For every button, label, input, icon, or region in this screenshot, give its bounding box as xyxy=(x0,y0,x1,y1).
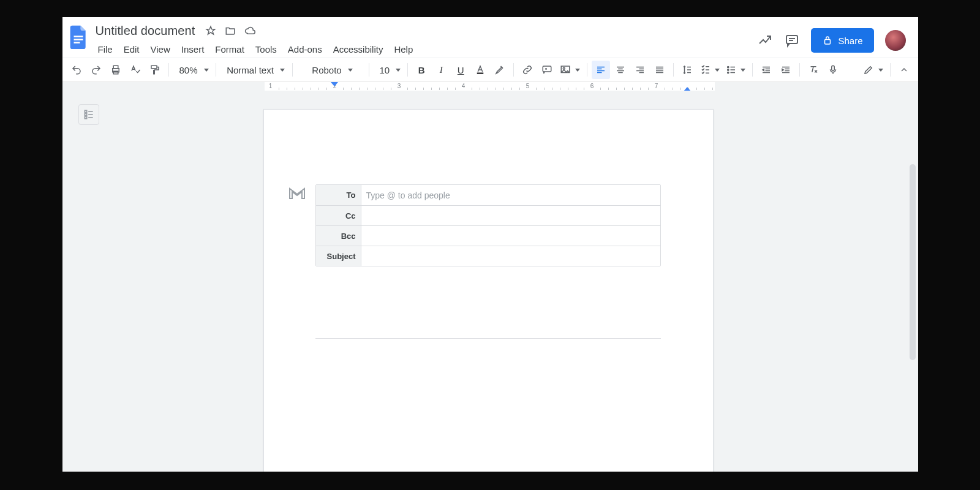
menu-file[interactable]: File xyxy=(93,42,118,56)
email-label: To xyxy=(316,185,361,205)
caret-down-icon xyxy=(878,69,883,72)
gmail-icon[interactable] xyxy=(288,187,306,200)
email-input-cc[interactable] xyxy=(361,206,660,225)
activity-icon[interactable] xyxy=(757,32,773,48)
indent-first-line-marker[interactable] xyxy=(331,82,338,86)
comment-button[interactable] xyxy=(538,61,556,79)
align-right-button[interactable] xyxy=(631,61,649,79)
line-spacing-button[interactable] xyxy=(678,61,696,79)
email-label: Bcc xyxy=(316,226,361,246)
move-folder-icon[interactable] xyxy=(224,24,236,37)
image-button[interactable] xyxy=(557,61,582,79)
comments-icon[interactable] xyxy=(784,32,800,48)
docs-logo-icon[interactable] xyxy=(67,22,89,51)
svg-rect-2 xyxy=(74,42,80,43)
svg-point-15 xyxy=(728,72,729,73)
align-justify-button[interactable] xyxy=(650,61,669,79)
voice-input-button[interactable] xyxy=(824,61,842,79)
menu-edit[interactable]: Edit xyxy=(119,42,145,56)
svg-point-14 xyxy=(728,69,729,70)
highlight-button[interactable] xyxy=(491,61,509,79)
caret-down-icon xyxy=(204,69,209,72)
svg-point-12 xyxy=(563,67,565,69)
star-icon[interactable] xyxy=(205,24,217,37)
svg-rect-19 xyxy=(85,116,86,118)
account-avatar[interactable] xyxy=(885,30,906,51)
page[interactable]: ToCcBccSubject xyxy=(263,109,714,472)
underline-button[interactable]: U xyxy=(451,61,470,79)
svg-point-13 xyxy=(728,66,729,67)
menu-insert[interactable]: Insert xyxy=(176,42,209,56)
outline-toggle-button[interactable] xyxy=(78,104,99,125)
email-row-to: To xyxy=(316,185,660,205)
menu-accessibility[interactable]: Accessibility xyxy=(328,42,388,56)
editing-mode-button[interactable] xyxy=(861,61,886,79)
email-input-subject[interactable] xyxy=(361,246,660,266)
caret-down-icon xyxy=(575,69,580,72)
spellcheck-button[interactable] xyxy=(126,61,145,79)
ruler-number: 5 xyxy=(526,83,530,89)
ruler-number: 1 xyxy=(269,83,273,89)
font-value: Roboto xyxy=(308,65,345,75)
menu-addons[interactable]: Add-ons xyxy=(283,42,327,56)
menu-bar: FileEditViewInsertFormatToolsAdd-onsAcce… xyxy=(93,40,758,58)
document-title[interactable]: Untitled document xyxy=(93,23,198,39)
link-button[interactable] xyxy=(518,61,537,79)
zoom-dropdown[interactable]: 80% xyxy=(173,61,211,79)
vertical-scrollbar[interactable] xyxy=(908,164,917,472)
email-input-bcc[interactable] xyxy=(361,226,660,246)
caret-down-icon xyxy=(348,69,353,72)
style-dropdown[interactable]: Normal text xyxy=(221,61,288,79)
indent-button[interactable] xyxy=(777,61,795,79)
menu-format[interactable]: Format xyxy=(210,42,249,56)
email-row-bcc: Bcc xyxy=(316,225,660,246)
scrollbar-thumb[interactable] xyxy=(910,164,916,360)
bulleted-list-button[interactable] xyxy=(723,61,748,79)
email-body-divider xyxy=(315,338,661,339)
align-center-button[interactable] xyxy=(611,61,630,79)
svg-rect-1 xyxy=(74,39,83,40)
caret-down-icon xyxy=(396,69,401,72)
checklist-button[interactable] xyxy=(698,61,722,79)
collapse-toolbar-button[interactable] xyxy=(895,61,913,79)
undo-button[interactable] xyxy=(67,61,86,79)
menu-view[interactable]: View xyxy=(146,42,175,56)
menu-tools[interactable]: Tools xyxy=(251,42,282,56)
app-window: Untitled document FileEditViewInsertForm… xyxy=(62,17,918,472)
align-left-button[interactable] xyxy=(592,61,610,79)
clear-format-button[interactable] xyxy=(804,61,823,79)
share-button[interactable]: Share xyxy=(811,28,873,53)
document-canvas: ToCcBccSubject xyxy=(62,91,918,472)
menu-help[interactable]: Help xyxy=(389,42,418,56)
email-label: Subject xyxy=(316,246,361,266)
text-color-button[interactable] xyxy=(471,61,489,79)
caret-down-icon xyxy=(741,69,745,72)
email-row-cc: Cc xyxy=(316,205,660,225)
svg-rect-6 xyxy=(113,66,118,69)
cloud-status-icon[interactable] xyxy=(244,24,256,37)
svg-rect-3 xyxy=(786,36,797,43)
svg-rect-17 xyxy=(85,110,86,112)
email-draft-block: ToCcBccSubject xyxy=(315,184,661,266)
outdent-button[interactable] xyxy=(757,61,775,79)
font-dropdown[interactable]: Roboto xyxy=(297,61,364,79)
svg-rect-0 xyxy=(74,36,83,37)
share-button-label: Share xyxy=(838,36,862,46)
titlebar: Untitled document FileEditViewInsertForm… xyxy=(62,17,918,58)
svg-rect-16 xyxy=(832,66,835,70)
italic-button[interactable]: I xyxy=(432,61,450,79)
fontsize-dropdown[interactable]: 10 xyxy=(374,61,404,79)
svg-rect-8 xyxy=(151,66,157,69)
print-button[interactable] xyxy=(107,61,125,79)
toolbar: 80% Normal text Roboto 10 B I U xyxy=(62,58,918,82)
paint-format-button[interactable] xyxy=(146,61,164,79)
ruler-number: 3 xyxy=(398,83,401,89)
bold-button[interactable]: B xyxy=(412,61,431,79)
email-input-to[interactable] xyxy=(361,185,660,205)
svg-rect-18 xyxy=(85,113,86,115)
ruler-number: 6 xyxy=(590,83,594,89)
email-row-subject: Subject xyxy=(316,246,660,266)
ruler-number: 4 xyxy=(462,83,466,89)
redo-button[interactable] xyxy=(87,61,105,79)
caret-down-icon xyxy=(280,69,285,72)
